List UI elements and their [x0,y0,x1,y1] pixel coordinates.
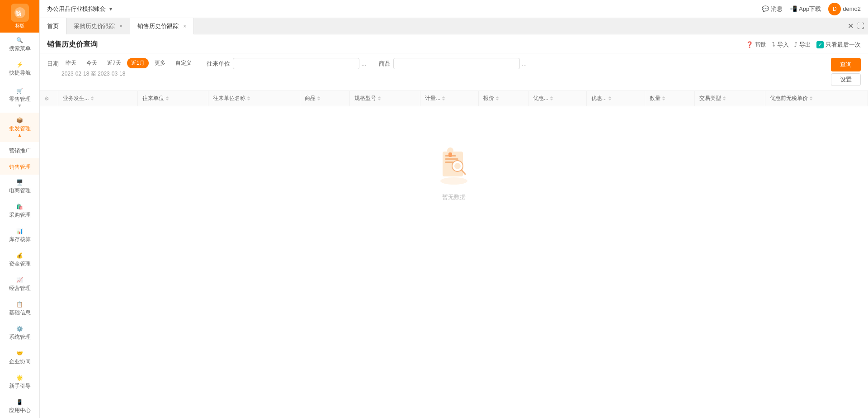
svg-rect-6 [445,162,454,163]
sidebar-item-app-center[interactable]: 📱 应用中心 [0,394,39,418]
th-spec-label: 规格型号 [354,95,376,102]
tabbar-actions: ✕ ⛶ [848,22,868,30]
sort-arrow-down [442,99,445,100]
empty-illustration [431,142,476,188]
tab-sales[interactable]: 销售历史价跟踪 × [130,18,194,34]
main-area: 办公用品行业模拟账套 ▾ 💬 消息 📲 App下载 D demo2 首页 采购历… [40,0,868,418]
app-download-button[interactable]: 📲 App下载 [790,5,821,13]
sort-arrow-down [809,99,813,100]
th-discount1[interactable]: 优惠... [528,91,586,106]
date-btn-7days[interactable]: 近7天 [103,58,125,68]
import-button[interactable]: ⤵ 导入 [772,41,789,49]
sort-arrow-up [809,96,813,98]
th-biz-date-label: 业务发生... [63,95,89,102]
only-last-checkbox[interactable]: ✓ 只看最后一次 [816,41,861,49]
system-icon: ⚙️ [16,326,23,332]
sidebar: 畅 标版 🔍 搜索菜单 ⚡ 快捷导航 🛒 零售管理 ▼ 📦 批发管理 ▲ 营销推… [0,0,40,418]
th-discount2[interactable]: 优惠... [587,91,645,106]
product-filter-label: 商品 [379,60,391,68]
search-button[interactable]: 查询 [831,58,861,71]
th-settings[interactable]: ⚙ [40,91,58,106]
filter-action-buttons: 查询 设置 [831,58,861,86]
sidebar-sub-item-marketing[interactable]: 营销推广 [0,142,39,158]
tab-sales-close[interactable]: × [183,23,186,29]
product-dots-button[interactable]: ... [522,60,527,67]
partner-dots-button[interactable]: ... [361,60,366,67]
th-unit[interactable]: 计量... [420,91,479,106]
th-biz-date[interactable]: 业务发生... [58,91,137,106]
sort-arrow-up [165,96,169,98]
sidebar-item-newbie[interactable]: 🌟 新手引导 [0,370,39,394]
sidebar-sub-item-label: 销售管理 [9,163,31,171]
svg-rect-5 [445,158,458,160]
th-qty[interactable]: 数量 [645,91,695,106]
th-product[interactable]: 商品 [300,91,350,106]
user-menu[interactable]: D demo2 [828,3,861,15]
sidebar-item-inventory[interactable]: 📊 库存核算 [0,223,39,248]
sidebar-item-finance[interactable]: 💰 资金管理 [0,248,39,272]
maximize-button[interactable]: ⛶ [857,22,864,30]
product-input[interactable] [393,58,520,69]
sidebar-item-basic-info[interactable]: 📋 基础信息 [0,297,39,321]
tab-home[interactable]: 首页 [40,18,66,34]
product-filter-group: 商品 ... [379,58,528,69]
th-trade-type-label: 交易类型 [699,95,721,102]
date-btn-yesterday[interactable]: 昨天 [61,58,80,68]
sidebar-item-ecommerce[interactable]: 🖥️ 电商管理 [0,175,39,199]
retail-arrow: ▼ [18,103,22,108]
sort-arrow-up [608,96,612,98]
topbar-dropdown[interactable]: ▾ [109,6,112,12]
app-download-label: App下载 [799,5,821,13]
sidebar-item-enterprise[interactable]: 🤝 企业协同 [0,346,39,370]
th-spec[interactable]: 规格型号 [349,91,420,106]
sidebar-item-system[interactable]: ⚙️ 系统管理 [0,321,39,346]
tab-purchase-label: 采购历史价跟踪 [74,22,115,30]
help-button[interactable]: ❓ 帮助 [746,41,767,49]
sidebar-item-purchase[interactable]: 🛍️ 采购管理 [0,199,39,223]
sidebar-sub-item-label: 营销推广 [9,147,31,155]
page-header: 销售历史价查询 ❓ 帮助 ⤵ 导入 ⤴ 导出 ✓ 只看最后一次 [40,34,868,53]
retail-icon: 🛒 [16,88,23,94]
sidebar-sub-item-sales[interactable]: 销售管理 [0,158,39,175]
date-btn-today[interactable]: 今天 [82,58,101,68]
sort-arrow-down [165,99,169,100]
sidebar-item-quick-nav[interactable]: ⚡ 快捷导航 [0,57,39,81]
app-title: 办公用品行业模拟账套 [47,5,106,13]
table-header: ⚙ 业务发生... [40,91,868,106]
th-partner-code[interactable]: 往来单位 [137,91,208,106]
sidebar-item-label: 库存核算 [9,236,31,243]
partner-input[interactable] [233,58,359,69]
sort-arrow-down [662,99,665,100]
tab-purchase-close[interactable]: × [119,23,123,29]
enterprise-icon: 🤝 [16,350,23,356]
sidebar-item-label: 新手引导 [9,382,31,390]
th-unit-label: 计量... [425,95,440,102]
export-button[interactable]: ⤴ 导出 [794,41,811,49]
settings-button[interactable]: 设置 [831,73,861,86]
close-window-button[interactable]: ✕ [848,22,854,30]
gear-icon[interactable]: ⚙ [44,95,49,102]
import-icon: ⤵ [772,41,775,48]
message-icon: 💬 [762,5,769,12]
sidebar-item-retail[interactable]: 🛒 零售管理 ▼ [0,83,39,113]
sidebar-item-label: 搜索菜单 [9,45,31,52]
sidebar-item-wholesale[interactable]: 📦 批发管理 ▲ [0,113,39,142]
th-price[interactable]: 报价 [479,91,528,106]
wholesale-icon: 📦 [16,117,23,124]
table-container[interactable]: ⚙ 业务发生... [40,91,868,418]
date-range-display: 2023-02-18 至 2023-03-18 [61,70,196,78]
date-btn-1month[interactable]: 近1月 [127,58,149,68]
sidebar-item-operations[interactable]: 📈 经营管理 [0,272,39,297]
svg-point-2 [440,177,467,185]
th-no-tax-price[interactable]: 优惠前无税单价 [765,91,868,106]
message-button[interactable]: 💬 消息 [762,5,783,13]
sidebar-sub-wholesale: 营销推广 销售管理 [0,142,39,175]
sidebar-item-search[interactable]: 🔍 搜索菜单 [0,33,39,57]
date-btn-more[interactable]: 更多 [151,58,170,68]
th-product-label: 商品 [305,95,316,102]
tab-purchase[interactable]: 采购历史价跟踪 × [66,18,130,34]
message-label: 消息 [771,5,783,13]
th-partner-name[interactable]: 往来单位名称 [208,91,300,106]
th-trade-type[interactable]: 交易类型 [694,91,765,106]
date-btn-custom[interactable]: 自定义 [171,58,196,68]
